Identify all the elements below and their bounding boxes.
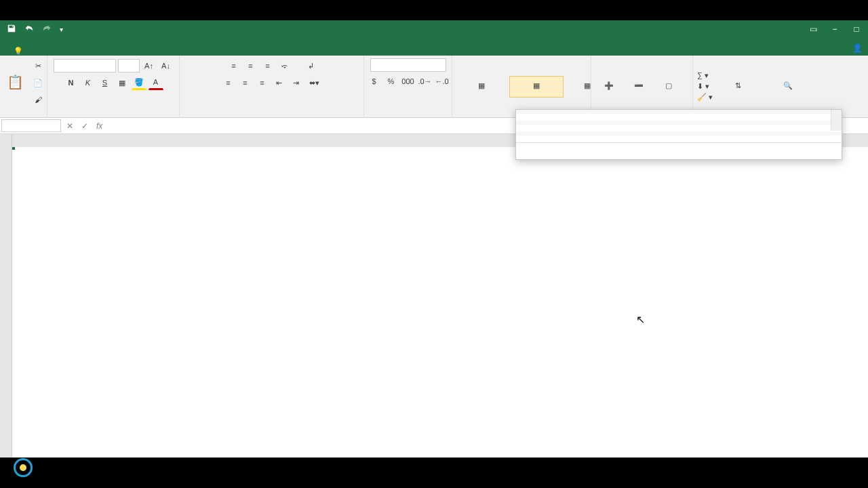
align-center-icon[interactable]: ≡ bbox=[238, 75, 253, 90]
qat-customize-icon[interactable]: ▾ bbox=[60, 26, 63, 33]
border-button[interactable]: ▦ bbox=[115, 75, 130, 90]
group-align-label bbox=[184, 115, 359, 116]
increase-decimal-icon[interactable]: .0→ bbox=[418, 74, 433, 89]
decrease-decimal-icon[interactable]: ←.0 bbox=[435, 74, 450, 89]
font-color-button[interactable]: A bbox=[149, 75, 163, 90]
maximize-icon[interactable]: □ bbox=[852, 24, 861, 34]
font-size-select[interactable] bbox=[118, 59, 140, 73]
cancel-formula-icon[interactable]: ✕ bbox=[62, 121, 77, 131]
gallery-scrollbar[interactable] bbox=[831, 110, 842, 131]
comma-icon[interactable]: 000 bbox=[401, 74, 416, 89]
group-font-label bbox=[52, 115, 175, 116]
titlebar: ▾ ▭ − □ bbox=[0, 20, 868, 38]
watermark-brand bbox=[12, 458, 34, 477]
autosum-button[interactable]: ∑ ▾ bbox=[697, 71, 713, 80]
italic-button[interactable]: K bbox=[81, 75, 96, 90]
font-name-select[interactable] bbox=[54, 59, 116, 73]
paste-button[interactable]: 📋 bbox=[1, 73, 28, 93]
decrease-indent-icon[interactable]: ⇤ bbox=[272, 75, 287, 90]
align-left-icon[interactable]: ≡ bbox=[221, 75, 236, 90]
cut-icon[interactable]: ✂ bbox=[31, 58, 45, 73]
copy-icon[interactable]: 📄 bbox=[31, 75, 45, 90]
format-as-table-button[interactable]: ▦ bbox=[509, 76, 564, 98]
align-top-icon[interactable]: ≡ bbox=[226, 58, 241, 73]
minimize-icon[interactable]: − bbox=[830, 24, 840, 34]
table-styles-gallery bbox=[515, 109, 842, 160]
fx-icon[interactable]: fx bbox=[92, 121, 106, 131]
group-number-label bbox=[368, 115, 448, 116]
group-clipboard-label bbox=[4, 115, 43, 116]
decrease-font-icon[interactable]: A↓ bbox=[159, 58, 174, 73]
orientation-icon[interactable]: ⤽ bbox=[277, 58, 292, 73]
new-pivot-style[interactable] bbox=[516, 151, 842, 159]
insert-cells-button[interactable]: ➕ bbox=[595, 77, 623, 97]
accept-formula-icon[interactable]: ✓ bbox=[77, 121, 92, 131]
increase-font-icon[interactable]: A↑ bbox=[142, 58, 157, 73]
save-icon[interactable] bbox=[7, 24, 16, 35]
percent-icon[interactable]: % bbox=[384, 74, 399, 89]
bold-button[interactable]: N bbox=[64, 75, 79, 90]
fill-color-button[interactable]: 🪣 bbox=[132, 75, 146, 90]
redo-icon[interactable] bbox=[42, 24, 52, 35]
conditional-format-button[interactable]: ▦ bbox=[456, 77, 507, 97]
wrap-text-button[interactable]: ↲ bbox=[304, 58, 317, 73]
delete-cells-button[interactable]: ➖ bbox=[625, 77, 652, 97]
align-middle-icon[interactable]: ≡ bbox=[243, 58, 258, 73]
new-table-style[interactable] bbox=[516, 143, 842, 151]
ribbon-tabs: 💡 👤 bbox=[0, 38, 868, 56]
share-button[interactable]: 👤 bbox=[852, 43, 863, 53]
number-format-select[interactable] bbox=[370, 58, 446, 72]
undo-icon[interactable] bbox=[24, 24, 34, 35]
tellme-search[interactable]: 💡 bbox=[0, 47, 26, 56]
sort-filter-button[interactable]: ⇅ bbox=[715, 77, 761, 97]
format-painter-icon[interactable]: 🖌 bbox=[31, 92, 45, 107]
increase-indent-icon[interactable]: ⇥ bbox=[289, 75, 304, 90]
spreadsheet[interactable] bbox=[0, 134, 868, 458]
fill-button[interactable]: ⬇ ▾ bbox=[697, 82, 713, 91]
align-right-icon[interactable]: ≡ bbox=[255, 75, 270, 90]
name-box[interactable] bbox=[1, 119, 61, 132]
merge-center-button[interactable]: ⬌ ▾ bbox=[306, 75, 323, 90]
ribbon-options-icon[interactable]: ▭ bbox=[808, 24, 818, 34]
currency-icon[interactable]: $ bbox=[367, 74, 382, 89]
find-select-button[interactable]: 🔍 bbox=[764, 77, 812, 97]
align-bottom-icon[interactable]: ≡ bbox=[260, 58, 275, 73]
underline-button[interactable]: S bbox=[98, 75, 113, 90]
clear-button[interactable]: 🧹 ▾ bbox=[697, 93, 713, 102]
format-cells-button[interactable]: ▢ bbox=[655, 77, 682, 97]
